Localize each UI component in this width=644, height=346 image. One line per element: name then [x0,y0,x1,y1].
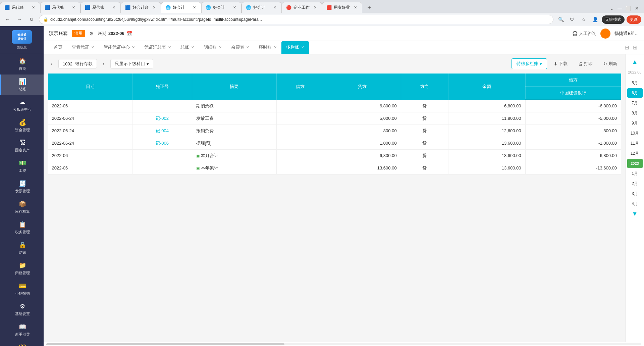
browser-tab-1[interactable]: 🟦 易代账 ✕ [0,2,40,13]
tab-list-button[interactable]: ⌄ [608,5,615,12]
tab-1-close[interactable]: ✕ [31,5,36,10]
sidebar-item-expense[interactable]: 💳 小畅报销 [0,279,44,299]
voucher-link[interactable]: 记-002 [156,116,169,121]
address-bar[interactable]: 🔒 cloud2.chanjet.com/accounting/uh26t264… [39,15,553,24]
tab-9-close[interactable]: ✕ [353,5,358,10]
page-tab-multi-column[interactable]: 多栏账 ✕ [281,41,309,54]
page-tab-detail-ledger[interactable]: 明细账 ✕ [199,41,226,54]
sidebar-item-payroll[interactable]: 💵 工资 [0,156,44,177]
sidebar-item-tax[interactable]: 📋 税务管理 [0,217,44,238]
account-selector[interactable]: 1002 银行存款 [58,59,97,68]
page-tab-balance-table[interactable]: 余额表 ✕ [226,41,254,54]
browser-tab-3[interactable]: 🟦 易代账 ✕ [80,2,121,13]
forward-button[interactable]: → [15,15,24,24]
scroll-thumb[interactable] [46,343,284,345]
page-tab-general-ledger-close[interactable]: ✕ [191,45,194,50]
tab-2-close[interactable]: ✕ [71,5,76,10]
tab-4-close[interactable]: ✕ [152,5,157,10]
browser-tab-9[interactable]: 🟥 用友好业 ✕ [322,2,362,13]
page-tab-smart-center-close[interactable]: ✕ [132,45,135,50]
calendar-month-item[interactable]: 4月 [627,199,643,208]
page-tab-detail-ledger-close[interactable]: ✕ [219,45,222,50]
filter-subcategory-button[interactable]: 只显示下级科目 ▾ [110,59,153,68]
page-tab-voucher-summary[interactable]: 凭证汇总表 ✕ [140,41,176,54]
stealth-mode-button[interactable]: 无痕模式 [602,15,625,24]
browser-tab-8[interactable]: 🔴 企业工作 ✕ [282,2,322,13]
sidebar-item-general-ledger[interactable]: 📊 总账 [0,75,44,95]
browser-tab-7[interactable]: 🌐 好会计 ✕ [241,2,282,13]
calendar-month-item[interactable]: 10月 [627,129,643,138]
tab-5-close[interactable]: ✕ [192,5,197,10]
calendar-month-item[interactable]: 12月 [627,149,643,158]
scroll-up-button[interactable]: ▲ [632,58,638,65]
calendar-icon[interactable]: 📅 [126,31,132,36]
new-tab-button[interactable]: ＋ [362,2,376,13]
calendar-month-item[interactable]: 2023 [627,159,643,168]
page-tab-sequence-ledger-close[interactable]: ✕ [274,45,277,50]
sidebar-item-guide[interactable]: 📖 新手引导 [0,320,44,340]
next-account-button[interactable]: › [100,60,108,68]
sidebar-item-archive[interactable]: 📁 归档管理 [0,258,44,279]
bookmark-icon-btn[interactable]: ☆ [579,15,588,24]
page-tab-multi-column-close[interactable]: ✕ [301,45,304,50]
collapse-tabs-button[interactable]: ⊟ [623,43,630,52]
tab-8-close[interactable]: ✕ [313,5,318,10]
calendar-month-item[interactable]: 9月 [627,118,643,128]
page-tab-voucher-summary-close[interactable]: ✕ [168,45,171,50]
scroll-down-button[interactable]: ▼ [632,210,638,217]
restore-button[interactable]: ⬜ [625,5,631,12]
sidebar-item-cloud-report[interactable]: ☁ 云报表中心 [0,95,44,115]
back-button[interactable]: ← [3,15,12,24]
calendar-month-item[interactable]: 3月 [627,189,643,198]
prev-account-button[interactable]: ‹ [48,60,56,68]
calendar-month-item[interactable]: 6月 [627,88,643,98]
page-tab-view-voucher[interactable]: 查看凭证 ✕ [67,41,99,54]
browser-tab-2[interactable]: 🟦 易代账 ✕ [40,2,80,13]
browser-tab-6[interactable]: 🌐 好会计 ✕ [201,2,241,13]
cell-voucher-no[interactable]: 记-002 [132,112,192,125]
print-button[interactable]: 🖨 打印 [574,59,597,69]
page-tab-general-ledger[interactable]: 总账 ✕ [176,41,199,54]
tab-6-close[interactable]: ✕ [232,5,237,10]
sidebar-item-close[interactable]: 🔒 结账 [0,238,44,258]
download-button[interactable]: ⬇ 下载 [550,59,572,69]
minimize-button[interactable]: — [616,5,623,12]
browser-tab-4[interactable]: 🟦 好会计账 ✕ [121,2,161,13]
tab-3-close[interactable]: ✕ [111,5,116,10]
special-multi-account-button[interactable]: 特殊多栏账 ▾ [512,58,547,69]
search-icon-btn[interactable]: 🔍 [556,15,566,24]
page-tab-view-voucher-close[interactable]: ✕ [91,45,94,50]
calendar-month-item[interactable]: 5月 [627,78,643,88]
cell-voucher-no[interactable]: 记-004 [132,125,192,137]
refresh-button[interactable]: ↻ 刷新 [599,59,621,69]
calendar-month-item[interactable]: 1月 [627,169,643,178]
close-window-button[interactable]: ✕ [633,4,641,13]
sidebar-item-settings[interactable]: ⚙ 基础设置 [0,299,44,320]
voucher-link[interactable]: 记-006 [156,141,169,146]
sidebar-item-member[interactable]: 👑 畅会员 [0,340,44,346]
sidebar-item-invoice[interactable]: 🧾 发票管理 [0,177,44,197]
sidebar-item-fixed-assets[interactable]: 🏗 固定资产 [0,136,44,156]
calendar-month-item[interactable]: 11月 [627,139,643,148]
sidebar-item-inventory[interactable]: 📦 库存核算 [0,197,44,217]
sidebar-item-fund[interactable]: 💰 资金管理 [0,115,44,136]
update-button[interactable]: 更新 [627,15,641,24]
cell-voucher-no[interactable]: 记-006 [132,137,192,149]
page-tab-smart-center[interactable]: 智能凭证中心 ✕ [99,41,140,54]
page-tab-sequence-ledger[interactable]: 序时账 ✕ [254,41,281,54]
calendar-month-item[interactable]: 7月 [627,98,643,108]
expand-tabs-button[interactable]: ⊞ [632,43,639,52]
horizontal-scrollbar[interactable] [46,343,641,345]
tab-7-close[interactable]: ✕ [272,5,277,10]
consult-button[interactable]: 🎧 人工咨询 [572,31,596,37]
page-tab-balance-table-close[interactable]: ✕ [246,45,249,50]
calendar-month-item[interactable]: 2月 [627,179,643,188]
page-tab-home[interactable]: 首页 [49,41,67,54]
settings-gear-icon[interactable]: ⚙ [89,31,94,36]
reload-button[interactable]: ↻ [27,15,36,24]
browser-tab-5[interactable]: 🌐 好会计 ✕ [161,2,201,13]
profile-icon-btn[interactable]: 👤 [590,15,600,24]
calendar-month-item[interactable]: 8月 [627,108,643,118]
voucher-link[interactable]: 记-004 [156,128,169,133]
shield-icon-btn[interactable]: 🛡 [568,15,577,24]
